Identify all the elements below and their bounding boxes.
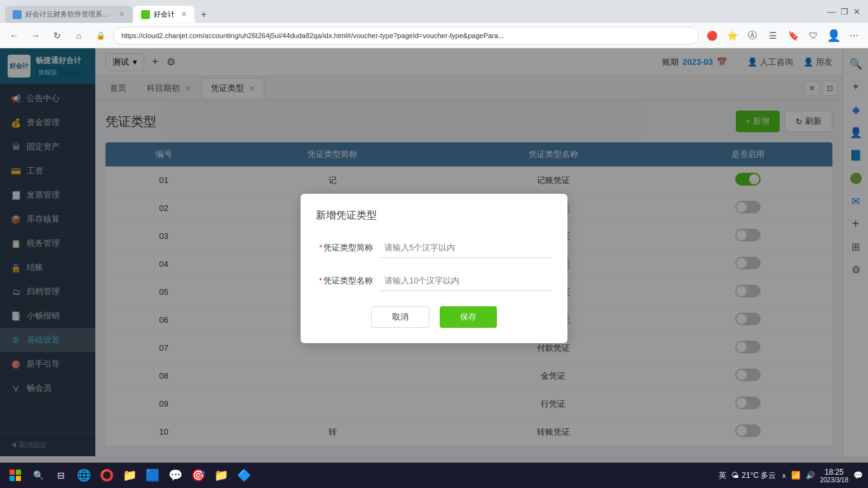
short-name-label: *凭证类型简称 xyxy=(316,242,373,254)
browser-chrome: 好会计云财务软件管理系统_会计 ✕ 好会计 ✕ + — ❐ ✕ xyxy=(0,0,868,23)
lock-icon: 🔒 xyxy=(92,27,109,44)
tab-close-2[interactable]: ✕ xyxy=(181,10,187,18)
svg-rect-2 xyxy=(10,476,15,481)
dialog-overlay: 新增凭证类型 *凭证类型简称 *凭证类型名称 取消 保存 xyxy=(0,48,868,488)
taskbar-app6[interactable]: 🎯 xyxy=(188,465,208,485)
address-input[interactable] xyxy=(113,27,699,44)
dialog-title: 新增凭证类型 xyxy=(316,209,552,222)
system-tray-icons[interactable]: ∧ xyxy=(782,472,786,479)
svg-rect-3 xyxy=(16,476,21,481)
network-icon: 📶 xyxy=(791,471,801,480)
taskbar-app8[interactable]: 🔷 xyxy=(234,465,254,485)
browser-tabs: 好会计云财务软件管理系统_会计 ✕ 好会计 ✕ + xyxy=(5,0,212,23)
cancel-button[interactable]: 取消 xyxy=(371,306,430,328)
back-button[interactable]: ← xyxy=(5,27,23,44)
refresh-button[interactable]: ↻ xyxy=(48,27,66,44)
svg-rect-0 xyxy=(10,470,15,475)
taskbar-app7[interactable]: 📁 xyxy=(211,465,231,485)
taskbar-wechat[interactable]: 💬 xyxy=(165,465,186,485)
user-avatar[interactable]: 👤 xyxy=(825,27,843,44)
new-voucher-dialog: 新增凭证类型 *凭证类型简称 *凭证类型名称 取消 保存 xyxy=(301,194,567,343)
toolbar-icons: 🔴 ⭐ Ⓐ ☰ 🔖 🛡 👤 ⋯ xyxy=(703,27,863,44)
tab-close-1[interactable]: ✕ xyxy=(119,10,125,18)
extension-icon-5[interactable]: 🔖 xyxy=(784,27,802,44)
save-button[interactable]: 保存 xyxy=(440,306,497,328)
taskbar-language[interactable]: 英 xyxy=(719,470,726,481)
full-name-input[interactable] xyxy=(379,271,552,291)
short-name-input[interactable] xyxy=(379,238,552,258)
extension-icon-4[interactable]: ☰ xyxy=(764,27,782,44)
notification-icon[interactable]: 💬 xyxy=(853,471,863,480)
new-tab-button[interactable]: + xyxy=(196,6,212,23)
start-button[interactable] xyxy=(5,465,25,485)
browser-tab-2[interactable]: 好会计 ✕ xyxy=(133,6,194,23)
extension-icon-2[interactable]: ⭐ xyxy=(723,27,741,44)
weather-temp: 21°C 多云 xyxy=(742,470,776,481)
full-name-row: *凭证类型名称 xyxy=(316,271,552,291)
tab-favicon-1 xyxy=(13,10,22,19)
svg-rect-1 xyxy=(16,470,21,475)
weather-icon: 🌤 xyxy=(731,471,739,480)
maximize-button[interactable]: ❐ xyxy=(841,7,848,17)
taskbar: 🔍 ⊟ 🌐 ⭕ 📁 🟦 💬 🎯 📁 🔷 英 🌤 21°C 多云 ∧ 📶 🔊 18… xyxy=(0,463,868,488)
volume-icon: 🔊 xyxy=(806,471,815,480)
taskbar-chrome[interactable]: ⭕ xyxy=(97,465,117,485)
forward-button[interactable]: → xyxy=(27,27,44,44)
date-value: 2023/3/18 xyxy=(820,477,849,484)
short-name-row: *凭证类型简称 xyxy=(316,238,552,258)
short-name-required: * xyxy=(319,243,322,252)
minimize-button[interactable]: — xyxy=(827,7,836,17)
full-name-required: * xyxy=(319,276,322,285)
extension-icon-1[interactable]: 🔴 xyxy=(703,27,721,44)
tab-favicon-2 xyxy=(141,10,150,19)
tab-label-1: 好会计云财务软件管理系统_会计 xyxy=(25,10,112,19)
settings-menu-button[interactable]: ⋯ xyxy=(845,27,863,44)
taskbar-app4[interactable]: 🟦 xyxy=(142,465,163,485)
extension-icon-6[interactable]: 🛡 xyxy=(804,27,822,44)
address-bar: ← → ↻ ⌂ 🔒 🔴 ⭐ Ⓐ ☰ 🔖 🛡 👤 ⋯ xyxy=(0,23,868,48)
full-name-label: *凭证类型名称 xyxy=(316,275,373,287)
taskbar-task-view[interactable]: ⊟ xyxy=(51,465,71,485)
extension-icon-3[interactable]: Ⓐ xyxy=(743,27,761,44)
time-value: 18:25 xyxy=(820,468,849,477)
time-display[interactable]: 18:25 2023/3/18 xyxy=(820,468,849,484)
taskbar-edge[interactable]: 🌐 xyxy=(74,465,94,485)
home-button[interactable]: ⌂ xyxy=(70,27,88,44)
weather-info: 🌤 21°C 多云 xyxy=(731,470,776,481)
browser-tab-1[interactable]: 好会计云财务软件管理系统_会计 ✕ xyxy=(5,6,132,23)
taskbar-explorer[interactable]: 📁 xyxy=(119,465,140,485)
taskbar-right: 英 🌤 21°C 多云 ∧ 📶 🔊 18:25 2023/3/18 💬 xyxy=(719,468,863,484)
dialog-actions: 取消 保存 xyxy=(316,306,552,328)
windows-logo-icon xyxy=(10,470,21,481)
close-button[interactable]: ✕ xyxy=(853,7,860,17)
tab-label-2: 好会计 xyxy=(154,10,175,19)
taskbar-search[interactable]: 🔍 xyxy=(28,465,48,485)
